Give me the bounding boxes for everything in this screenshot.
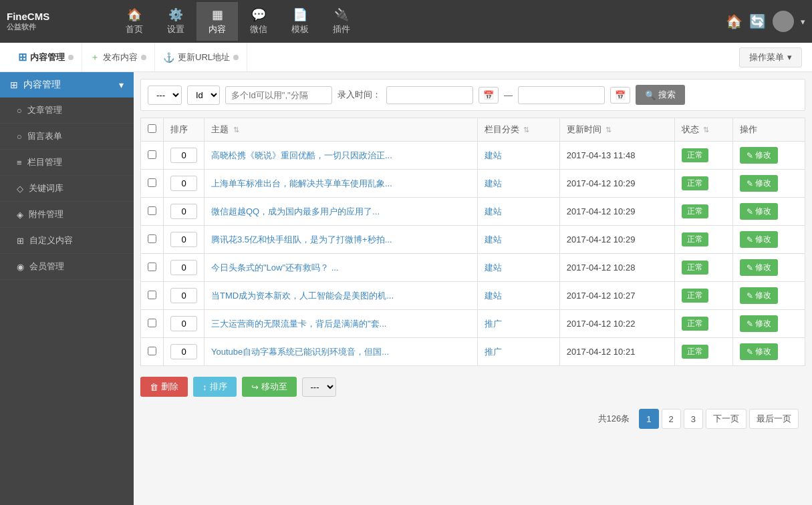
move-select[interactable]: ---: [302, 377, 336, 397]
nav-items: 🏠首页⚙️设置▦内容💬微信📄模板🔌插件: [114, 2, 726, 41]
sidebar-header[interactable]: ⊞ 内容管理 ▾: [0, 72, 134, 98]
row-category-link-5[interactable]: 建站: [485, 291, 502, 301]
nav-item-微信[interactable]: 💬微信: [238, 2, 279, 41]
edit-label-7: 修改: [755, 346, 771, 357]
ops-menu-button[interactable]: 操作菜单 ▾: [739, 47, 802, 67]
edit-button-6[interactable]: ✎ 修改: [740, 315, 778, 332]
date-from-cal-button[interactable]: 📅: [479, 87, 499, 104]
time-sort-icon[interactable]: ⇅: [605, 126, 612, 134]
sidebar-item-4[interactable]: ◈附件管理: [0, 202, 134, 228]
row-rank-cell-2: [164, 198, 205, 226]
date-to-input[interactable]: [518, 86, 605, 104]
sub-nav-item-1[interactable]: ＋发布内容: [82, 43, 155, 71]
row-checkbox-1[interactable]: [148, 178, 156, 187]
sort-button[interactable]: ↕ 排序: [193, 377, 237, 397]
rank-input-5[interactable]: [170, 288, 197, 303]
row-category-link-6[interactable]: 推广: [485, 319, 502, 329]
rank-input-4[interactable]: [170, 260, 197, 275]
sidebar-item-0[interactable]: ○文章管理: [0, 98, 134, 124]
row-checkbox-4[interactable]: [148, 263, 156, 271]
rank-input-7[interactable]: [170, 344, 197, 359]
row-title-link-0[interactable]: 高晓松携《晓说》重回优酷，一切只因政治正...: [211, 150, 392, 160]
edit-button-5[interactable]: ✎ 修改: [740, 287, 778, 304]
edit-button-4[interactable]: ✎ 修改: [740, 259, 778, 276]
row-category-link-0[interactable]: 建站: [485, 150, 502, 160]
row-checkbox-3[interactable]: [148, 234, 156, 243]
sidebar-label-3: 关键词库: [29, 182, 63, 194]
th-title: 主题 ⇅: [205, 118, 478, 142]
row-category-link-2[interactable]: 建站: [485, 206, 502, 216]
move-button[interactable]: ↪ 移动至: [242, 377, 297, 397]
date-from-input[interactable]: [386, 86, 473, 104]
row-title-link-1[interactable]: 上海单车标准出台，能解决共享单车使用乱象...: [211, 178, 392, 188]
rank-input-0[interactable]: [170, 148, 197, 163]
row-title-link-5[interactable]: 当TMD成为资本新欢，人工智能会是美图的机...: [211, 291, 394, 301]
row-checkbox-6[interactable]: [148, 319, 156, 327]
rank-input-6[interactable]: [170, 316, 197, 331]
sidebar-item-2[interactable]: ≡栏目管理: [0, 150, 134, 176]
row-title-link-6[interactable]: 三大运营商的无限流量卡，背后是满满的"套...: [211, 319, 386, 329]
id-select[interactable]: Id: [187, 86, 220, 105]
edit-button-7[interactable]: ✎ 修改: [740, 343, 778, 360]
page-btn-1[interactable]: 1: [639, 409, 658, 429]
select-all-checkbox[interactable]: [148, 124, 156, 133]
edit-button-0[interactable]: ✎ 修改: [740, 147, 778, 164]
sidebar-item-5[interactable]: ⊞自定义内容: [0, 228, 134, 254]
sub-nav-item-2[interactable]: ⚓更新URL地址: [155, 43, 247, 71]
edit-button-1[interactable]: ✎ 修改: [740, 175, 778, 192]
sidebar: ⊞ 内容管理 ▾ ○文章管理○留言表单≡栏目管理◇关键词库◈附件管理⊞自定义内容…: [0, 72, 134, 505]
category-select[interactable]: ---: [148, 86, 182, 105]
sub-nav-item-0[interactable]: ⊞内容管理: [10, 43, 82, 71]
last-page-button[interactable]: 最后一页: [749, 409, 799, 429]
row-time-3: 2017-04-12 10:29: [567, 234, 636, 244]
sidebar-item-6[interactable]: ◉会员管理: [0, 254, 134, 280]
row-title-link-7[interactable]: Youtube自动字幕系统已能识别环境音，但国...: [211, 347, 389, 357]
page-btn-2[interactable]: 2: [662, 409, 681, 429]
row-checkbox-5[interactable]: [148, 291, 156, 299]
row-category-link-4[interactable]: 建站: [485, 263, 502, 273]
edit-button-2[interactable]: ✎ 修改: [740, 203, 778, 220]
row-category-cell-7: 推广: [477, 338, 559, 366]
row-title-link-2[interactable]: 微信超越QQ，成为国内最多用户的应用了...: [211, 206, 380, 216]
row-time-2: 2017-04-12 10:29: [567, 206, 636, 216]
status-sort-icon[interactable]: ⇅: [703, 126, 709, 134]
search-button[interactable]: 🔍 搜索: [636, 85, 685, 105]
row-category-link-3[interactable]: 建站: [485, 234, 502, 244]
nav-item-设置[interactable]: ⚙️设置: [155, 2, 196, 41]
sidebar-item-3[interactable]: ◇关键词库: [0, 176, 134, 202]
nav-item-模板[interactable]: 📄模板: [279, 2, 321, 41]
edit-label-0: 修改: [755, 150, 771, 161]
status-badge-5: 正常: [682, 289, 708, 303]
refresh-icon[interactable]: 🔄: [749, 13, 766, 29]
avatar[interactable]: [773, 11, 794, 32]
home-icon[interactable]: 🏠: [726, 13, 742, 29]
next-page-button[interactable]: 下一页: [706, 409, 747, 429]
sidebar-item-1[interactable]: ○留言表单: [0, 124, 134, 150]
sidebar-header-icon: ⊞: [10, 79, 18, 90]
row-title-link-3[interactable]: 腾讯花3.5亿和快手组队，是为了打微博+秒拍...: [211, 234, 392, 244]
nav-item-内容[interactable]: ▦内容: [196, 2, 238, 41]
date-to-cal-button[interactable]: 📅: [610, 87, 630, 104]
title-sort-icon[interactable]: ⇅: [233, 126, 239, 134]
page-btn-3[interactable]: 3: [684, 409, 703, 429]
delete-button[interactable]: 🗑 删除: [140, 377, 188, 397]
row-category-link-1[interactable]: 建站: [485, 178, 502, 188]
edit-button-3[interactable]: ✎ 修改: [740, 231, 778, 248]
rank-input-1[interactable]: [170, 176, 197, 191]
row-title-link-4[interactable]: 今日头条式的"Low"还有救吗？ ...: [211, 263, 339, 273]
row-category-cell-6: 推广: [477, 310, 559, 338]
rank-input-2[interactable]: [170, 204, 197, 219]
row-checkbox-2[interactable]: [148, 206, 156, 215]
row-status-cell-5: 正常: [674, 282, 732, 310]
table-row: 上海单车标准出台，能解决共享单车使用乱象... 建站 2017-04-12 10…: [141, 170, 805, 198]
rank-input-3[interactable]: [170, 232, 197, 247]
id-input[interactable]: [225, 86, 332, 104]
nav-icon-首页: 🏠: [127, 7, 142, 22]
nav-item-首页[interactable]: 🏠首页: [114, 2, 155, 41]
row-checkbox-7[interactable]: [148, 347, 156, 355]
avatar-dropdown[interactable]: ▾: [801, 17, 805, 27]
category-sort-icon[interactable]: ⇅: [523, 126, 529, 134]
nav-item-插件[interactable]: 🔌插件: [321, 2, 362, 41]
row-checkbox-0[interactable]: [148, 150, 156, 159]
row-category-link-7[interactable]: 推广: [485, 347, 502, 357]
